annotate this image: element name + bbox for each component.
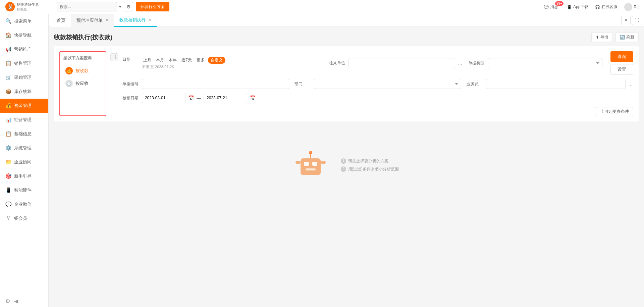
settings-gear-button[interactable]: ⚙ [124,2,133,11]
calendar-start-icon[interactable]: 📅 [188,95,194,101]
empty-robot-svg [294,148,327,182]
date-tab-custom[interactable]: 自定义 [208,57,225,64]
sidebar-item-enterprise[interactable]: 📁 企业协同 [0,155,48,169]
hint-text-1: 请先选择要分析的方案 [348,157,388,165]
company-search-input[interactable] [57,2,117,11]
wechat-icon: 💬 [5,201,11,207]
salesperson-dots-icon[interactable]: … [628,82,633,87]
inventory-icon: 📦 [5,89,11,95]
filter-option-by-receipt[interactable]: 💰 按收款 [63,64,102,77]
more-conditions-button[interactable]: 《 收起更多条件 [595,107,633,116]
sidebar-item-wechat[interactable]: 💬 企业微信 [0,197,48,211]
guide-icon: 🎯 [5,173,11,179]
sidebar-item-inventory[interactable]: 📦 库存核算 [0,85,48,99]
page-header: 收款核销执行(按收款) ⬆ 导出 🔄 刷新 [54,32,639,42]
filter-option-by-receivable[interactable]: 🕐 按应收 [63,77,102,90]
tab-receivable-writeoff-label: 收款核销执行 [119,17,146,23]
finance-icon: 💰 [5,103,11,109]
page-title: 收款核销执行(按收款) [54,33,112,41]
service-icon: 🎧 [595,5,600,9]
more-conditions-label: 收起更多条件 [605,109,629,114]
dots-icon[interactable]: … [458,61,463,66]
industry-solution-button[interactable]: 休验行业方案 [136,2,169,11]
collapse-icon: 《 [599,109,603,114]
calendar-end-icon[interactable]: 📅 [250,95,256,101]
sidebar-item-sales[interactable]: 📋 销售管理 [0,56,48,70]
sidebar-item-operations[interactable]: 📊 经营管理 [0,113,48,127]
query-button[interactable]: 查询 [610,51,633,62]
collapse-filter-button[interactable]: 《 [110,53,118,61]
sidebar-item-smart-hw[interactable]: 📱 智能硬件 [0,183,48,197]
date-tab-more[interactable]: 更多 [195,57,206,64]
sidebar-item-finance[interactable]: 💰 资金管理 [0,99,48,113]
tab-prepayment[interactable]: 预付冲应付单 ✕ [71,14,114,27]
sidebar-item-vip[interactable]: V 畅会员 [0,211,48,225]
doc-type-field: 单据类型 [468,58,602,68]
sidebar-item-marketing[interactable]: 📢 营销推广 [0,42,48,56]
empty-state: 1 请先选择要分析的方案 2 用[过滤]条件来缩小分析范围 [54,121,639,209]
page-header-actions: ⬆ 导出 🔄 刷新 [591,32,639,42]
writeoff-date-end-input[interactable] [204,93,247,103]
sidebar-item-guide[interactable]: 🎯 新手引导 [0,169,48,183]
app-download-label: App下载 [573,4,588,10]
online-service-button[interactable]: 🎧 在线客服 [595,4,618,10]
sidebar-item-purchase[interactable]: 🛒 采购管理 [0,70,48,85]
salesperson-input[interactable] [486,79,626,89]
counterpart-input[interactable] [348,58,455,68]
doc-no-input[interactable] [142,79,289,89]
sidebar-label: 智能硬件 [14,187,32,193]
tab-home[interactable]: 首页 [51,14,71,27]
svg-rect-3 [306,168,316,170]
export-button[interactable]: ⬆ 导出 [591,32,613,42]
filter-settings-button[interactable]: 设置 [610,64,633,75]
refresh-icon: 🔄 [620,35,625,40]
dept-select[interactable] [314,79,461,89]
sidebar-label: 畅会员 [14,215,27,221]
enterprise-icon: 📁 [5,159,11,165]
empty-hint-1: 1 请先选择要分析的方案 [341,157,399,165]
date-tab-7days[interactable]: 近7天 [180,57,193,64]
date-label: 日期 [122,57,139,62]
sidebar-item-basic-info[interactable]: 📋 基础信息 [0,127,48,141]
empty-state-hints: 1 请先选择要分析的方案 2 用[过滤]条件来缩小分析范围 [341,157,399,173]
app-download-button[interactable]: 📱 App下载 [567,4,588,10]
more-conditions-area: 《 收起更多条件 [122,107,633,116]
messages-button[interactable]: 💬 消息 99+ [542,4,560,10]
top-bar: 🐰 畅捷通好生意 标准版 ▾ ⚙ 休验行业方案 💬 消息 99+ 📱 App下载… [0,0,644,14]
sidebar-item-system[interactable]: ⚙️ 系统管理 [0,141,48,155]
date-tabs-container: 上月 本月 本年 近7天 更多 自定义 不限 至 2023-07-26 [142,57,225,69]
sidebar-item-search-menu[interactable]: 🔍 搜索菜单 [0,14,48,28]
writeoff-date-start-input[interactable] [142,93,185,103]
hint-number-2: 2 [341,166,346,172]
settings-bottom-icon[interactable]: ⚙ [5,298,10,304]
dept-field: 部门 [294,79,461,89]
sidebar-label: 资金管理 [14,103,32,109]
sidebar-label: 快捷导航 [14,32,32,38]
empty-hint-2: 2 用[过滤]条件来缩小分析范围 [341,165,399,173]
doc-type-select[interactable] [488,58,602,68]
chevron-down-icon[interactable]: ▾ [119,4,121,9]
sidebar-item-quick-nav[interactable]: 🏠 快捷导航 [0,28,48,42]
operations-icon: 📊 [5,117,11,123]
tab-receivable-writeoff[interactable]: 收款核销执行 ✕ [114,14,157,27]
maximize-tab-button[interactable]: ⛶ [632,16,641,25]
tabs-actions: ✕ ⛶ [621,16,641,25]
date-tab-this-year[interactable]: 本年 [167,57,178,64]
refresh-button[interactable]: 🔄 刷新 [615,32,639,42]
date-tab-last-month[interactable]: 上月 [142,57,153,64]
close-tab-writeoff-icon[interactable]: ✕ [148,18,151,22]
date-nolimit: 不限 至 2023-07-26 [142,64,225,69]
collapse-sidebar-icon[interactable]: ◀ [14,298,18,304]
date-tab-this-month[interactable]: 本月 [155,57,165,64]
close-tab-button[interactable]: ✕ [621,16,631,25]
close-tab-prepayment-icon[interactable]: ✕ [105,18,108,22]
system-icon: ⚙️ [5,145,11,151]
sidebar-label: 企业微信 [14,201,32,207]
user-menu[interactable]: Rit [624,3,639,11]
home-icon: 🏠 [5,32,11,38]
empty-state-content: 1 请先选择要分析的方案 2 用[过滤]条件来缩小分析范围 [294,148,399,182]
salesperson-field: 业务员 … [467,79,633,89]
filter-sidebar: 按以下方案查询 💰 按收款 🕐 按应收 [59,51,106,116]
purchase-icon: 🛒 [5,74,11,81]
filter-sidebar-title: 按以下方案查询 [63,55,102,61]
